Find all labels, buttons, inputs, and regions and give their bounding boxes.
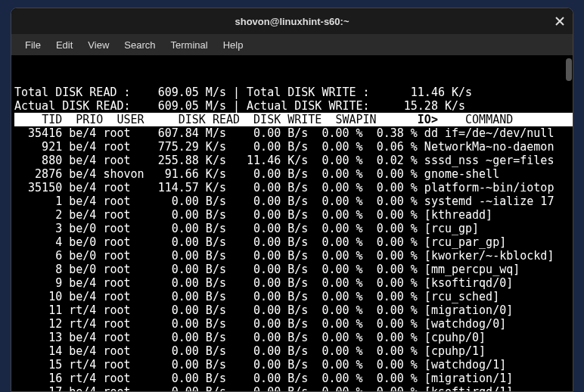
terminal-output[interactable]: Total DISK READ : 609.05 M/s | Total DIS… (11, 55, 573, 391)
close-icon (555, 17, 564, 26)
close-button[interactable] (553, 14, 567, 28)
menu-edit[interactable]: Edit (48, 36, 80, 54)
summary-line-1: Total DISK READ : 609.05 M/s | Total DIS… (14, 86, 472, 99)
menu-help[interactable]: Help (216, 36, 251, 54)
window-title: shovon@linuxhint-s60:~ (235, 16, 349, 27)
column-header-row: TID PRIO USER DISK READ DISK WRITE SWAPI… (14, 113, 573, 126)
scrollbar-thumb[interactable] (566, 58, 572, 81)
menu-view[interactable]: View (80, 36, 116, 54)
menu-search[interactable]: Search (116, 36, 163, 54)
summary-line-2: Actual DISK READ: 609.05 M/s | Actual DI… (14, 99, 465, 113)
sort-column-io: IO> (418, 113, 438, 126)
menubar: File Edit View Search Terminal Help (11, 34, 573, 55)
menu-terminal[interactable]: Terminal (163, 36, 216, 54)
terminal-window: shovon@linuxhint-s60:~ File Edit View Se… (11, 8, 573, 392)
process-rows: 35416 be/4 root 607.84 M/s 0.00 B/s 0.00… (14, 126, 570, 391)
titlebar[interactable]: shovon@linuxhint-s60:~ (11, 8, 573, 34)
menu-file[interactable]: File (17, 36, 48, 54)
